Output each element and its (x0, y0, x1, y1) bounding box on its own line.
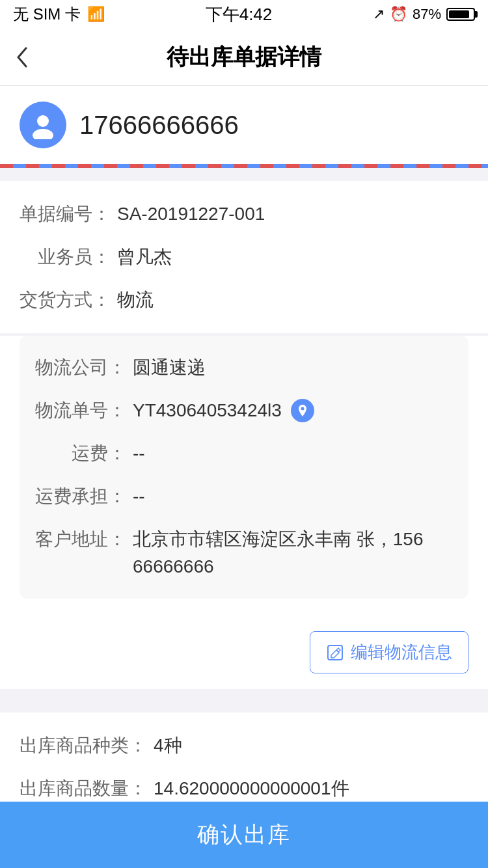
freight-row: 运费： -- (35, 440, 453, 467)
confirm-button[interactable]: 确认出库 (197, 820, 291, 850)
goods-types-label: 出库商品种类： (20, 732, 154, 759)
freight-bearer-value: -- (133, 483, 453, 510)
goods-types-value: 4种 (154, 732, 468, 759)
page-title: 待出库单据详情 (167, 42, 321, 72)
dashed-divider (0, 164, 488, 168)
avatar (20, 102, 66, 148)
user-phone: 17666666666 (79, 111, 239, 140)
address-value: 北京市市辖区海淀区永丰南 张，156 66666666 (133, 526, 453, 580)
tracking-number-row: 物流单号： YT43064053424l3 (35, 397, 453, 424)
wifi-icon: 📶 (87, 6, 105, 23)
status-time: 下午4:42 (206, 3, 273, 26)
freight-value: -- (133, 440, 453, 467)
logistics-section: 物流公司： 圆通速递 物流单号： YT43064053424l3 运费： -- … (0, 336, 488, 618)
document-info-section: 单据编号： SA-20191227-001 业务员： 曾凡杰 交货方式： 物流 (0, 181, 488, 333)
doc-number-row: 单据编号： SA-20191227-001 (20, 200, 468, 228)
alarm-icon: ⏰ (390, 6, 407, 23)
salesperson-label: 业务员： (20, 243, 117, 271)
freight-bearer-label: 运费承担： (35, 483, 133, 510)
goods-quantity-row: 出库商品数量： 14.620000000000001件 (20, 775, 468, 802)
user-header: 17666666666 (0, 86, 488, 164)
goods-quantity-value: 14.620000000000001件 (154, 775, 468, 802)
logistics-company-value: 圆通速递 (133, 354, 453, 381)
delivery-method-value: 物流 (117, 286, 468, 314)
tracking-number-label: 物流单号： (35, 397, 133, 424)
logistics-inner: 物流公司： 圆通速递 物流单号： YT43064053424l3 运费： -- … (20, 336, 468, 599)
delivery-method-label: 交货方式： (20, 286, 117, 314)
edit-logistics-label: 编辑物流信息 (351, 641, 452, 664)
freight-label: 运费： (35, 440, 133, 467)
status-bar: 无 SIM 卡 📶 下午4:42 ↗ ⏰ 87% (0, 0, 488, 29)
goods-quantity-label: 出库商品数量： (20, 775, 154, 802)
carrier-label: 无 SIM 卡 (13, 4, 81, 25)
salesperson-row: 业务员： 曾凡杰 (20, 243, 468, 271)
svg-point-1 (33, 129, 53, 139)
location-status-icon: ↗ (373, 6, 385, 23)
edit-logistics-button[interactable]: 编辑物流信息 (310, 631, 468, 673)
address-row: 客户地址： 北京市市辖区海淀区永丰南 张，156 66666666 (35, 526, 453, 580)
goods-types-row: 出库商品种类： 4种 (20, 732, 468, 759)
doc-number-label: 单据编号： (20, 200, 117, 228)
status-left: 无 SIM 卡 📶 (13, 4, 105, 25)
tracking-number-value: YT43064053424l3 (133, 397, 453, 424)
address-label: 客户地址： (35, 526, 133, 553)
separator-1 (0, 689, 488, 699)
confirm-button-wrap: 确认出库 (0, 802, 488, 868)
logistics-company-row: 物流公司： 圆通速递 (35, 354, 453, 381)
battery-percent: 87% (413, 6, 441, 23)
nav-bar: 待出库单据详情 (0, 29, 488, 86)
status-right: ↗ ⏰ 87% (373, 6, 475, 23)
tracking-location-icon[interactable] (291, 399, 314, 422)
back-button[interactable] (16, 44, 31, 70)
battery-icon (446, 8, 475, 21)
salesperson-value: 曾凡杰 (117, 243, 468, 271)
freight-bearer-row: 运费承担： -- (35, 483, 453, 510)
svg-point-0 (37, 115, 49, 127)
edit-logistics-row: 编辑物流信息 (0, 618, 488, 689)
logistics-company-label: 物流公司： (35, 354, 133, 381)
delivery-method-row: 交货方式： 物流 (20, 286, 468, 314)
doc-number-value: SA-20191227-001 (117, 200, 468, 228)
svg-rect-2 (328, 645, 342, 660)
